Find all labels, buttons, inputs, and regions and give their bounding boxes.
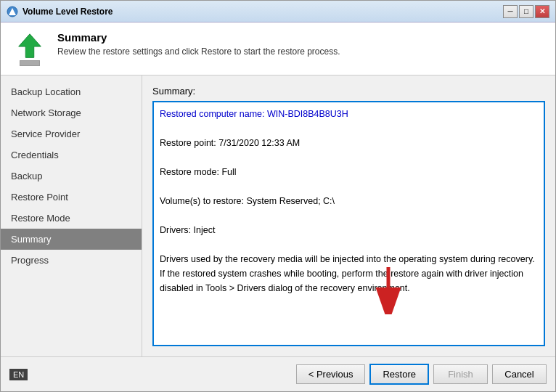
sidebar-item-restore-mode[interactable]: Restore Mode — [1, 208, 142, 229]
previous-button[interactable]: < Previous — [296, 364, 366, 384]
summary-line-5: Drivers used by the recovery media will … — [160, 252, 538, 295]
footer: EN < Previous Restore Finish Cancel — [1, 356, 555, 391]
summary-line-2: Restore mode: Full — [160, 165, 538, 179]
header-description: Review the restore settings and click Re… — [57, 46, 340, 57]
maximize-button[interactable]: □ — [519, 5, 533, 18]
cancel-button[interactable]: Cancel — [492, 364, 547, 384]
language-badge: EN — [9, 369, 28, 380]
sidebar: Backup Location Network Storage Service … — [1, 75, 142, 356]
sidebar-item-service-provider[interactable]: Service Provider — [1, 123, 142, 144]
window-title: Volume Level Restore — [23, 7, 503, 17]
finish-button[interactable]: Finish — [433, 364, 488, 384]
sidebar-item-progress[interactable]: Progress — [1, 250, 142, 271]
close-button[interactable]: ✕ — [535, 5, 549, 18]
svg-marker-2 — [19, 34, 41, 58]
summary-line-0: Restored computer name: WIN-BDI8B4B8U3H — [160, 107, 538, 121]
restore-arrow — [367, 264, 410, 317]
window-icon — [7, 6, 18, 17]
sidebar-item-backup-location[interactable]: Backup Location — [1, 81, 142, 102]
sidebar-item-network-storage[interactable]: Network Storage — [1, 102, 142, 123]
sidebar-item-restore-point[interactable]: Restore Point — [1, 187, 142, 208]
header-text: Summary Review the restore settings and … — [57, 31, 340, 57]
main-window: Volume Level Restore ─ □ ✕ Summary Revie… — [0, 0, 556, 392]
summary-line-1: Restore point: 7/31/2020 12:33 AM — [160, 136, 538, 150]
header-icon — [12, 31, 47, 66]
summary-textbox[interactable]: Restored computer name: WIN-BDI8B4B8U3H … — [152, 101, 545, 346]
sidebar-item-backup[interactable]: Backup — [1, 166, 142, 187]
main-content: Summary: Restored computer name: WIN-BDI… — [142, 75, 555, 356]
title-bar-controls: ─ □ ✕ — [503, 5, 549, 18]
header-title: Summary — [57, 31, 340, 44]
sidebar-item-summary[interactable]: Summary — [1, 229, 142, 250]
title-bar: Volume Level Restore ─ □ ✕ — [1, 1, 555, 23]
summary-line-4: Drivers: Inject — [160, 223, 538, 237]
header-area: Summary Review the restore settings and … — [1, 23, 555, 75]
minimize-button[interactable]: ─ — [503, 5, 518, 18]
sidebar-item-credentials[interactable]: Credentials — [1, 144, 142, 166]
summary-line-3: Volume(s) to restore: System Reserved; C… — [160, 194, 538, 208]
restore-button[interactable]: Restore — [369, 364, 429, 385]
summary-section-label: Summary: — [152, 86, 545, 97]
content-area: Backup Location Network Storage Service … — [1, 75, 555, 356]
